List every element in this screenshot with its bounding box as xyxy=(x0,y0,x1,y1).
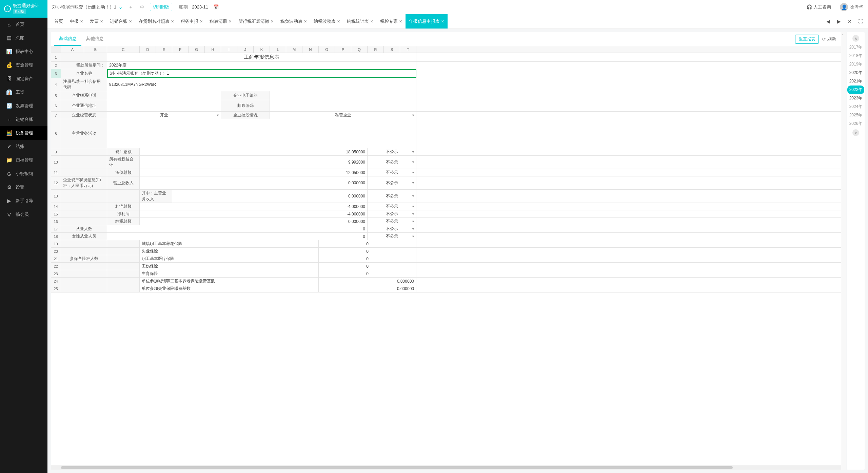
disclose-select[interactable]: 不公示▼ xyxy=(368,176,416,189)
column-header-O[interactable]: O xyxy=(319,46,335,53)
fin-value[interactable]: 0.000000 xyxy=(140,218,368,225)
close-icon[interactable]: ✕ xyxy=(399,19,402,24)
close-icon[interactable]: ✕ xyxy=(171,19,174,24)
row-header[interactable]: 3 xyxy=(51,69,61,78)
column-header-N[interactable]: N xyxy=(302,46,319,53)
column-header-L[interactable]: L xyxy=(270,46,286,53)
tab-10[interactable]: 纳税统计表✕ xyxy=(343,14,377,29)
row-header[interactable]: 5 xyxy=(51,91,61,100)
close-icon[interactable]: ✕ xyxy=(337,19,340,24)
tab-12[interactable]: 年报信息申报表✕ xyxy=(406,14,448,29)
main-biz-input[interactable] xyxy=(107,119,416,148)
tab-5[interactable]: 税务申报✕ xyxy=(177,14,206,29)
sidebar-item-tax[interactable]: 🧮税务管理 xyxy=(0,126,47,140)
disclose-select[interactable]: 不公示▼ xyxy=(368,156,416,169)
row-header[interactable]: 19 xyxy=(51,240,61,247)
fin-value[interactable]: -4.000000 xyxy=(140,210,368,217)
column-header-P[interactable]: P xyxy=(335,46,351,53)
tab-1[interactable]: 申报✕ xyxy=(66,14,86,29)
sidebar-item-archive[interactable]: 📁归档管理 xyxy=(0,153,47,167)
reg-no-value[interactable]: 91320811MA7NGR2W6R xyxy=(107,78,416,91)
column-header-G[interactable]: G xyxy=(189,46,205,53)
column-header-J[interactable]: J xyxy=(237,46,254,53)
year-item[interactable]: 2018年 xyxy=(847,52,865,60)
insurance-value[interactable]: 0 xyxy=(319,263,416,270)
corner-cell[interactable] xyxy=(51,46,61,53)
tab-9[interactable]: 纳税波动表✕ xyxy=(310,14,343,29)
column-header-F[interactable]: F xyxy=(172,46,189,53)
sidebar-item-report[interactable]: 📊报表中心 xyxy=(0,45,47,58)
year-item[interactable]: 2026年 xyxy=(847,119,865,128)
sidebar-item-fund[interactable]: 💰资金管理 xyxy=(0,58,47,72)
tab-6[interactable]: 税表清册✕ xyxy=(206,14,235,29)
vertical-scrollbar[interactable]: ‹ xyxy=(841,32,846,470)
calendar-icon[interactable]: 📅 xyxy=(212,3,220,11)
tab-7[interactable]: 所得税汇算清缴✕ xyxy=(235,14,277,29)
column-header-T[interactable]: T xyxy=(400,46,416,53)
disclose-select[interactable]: 不公示▼ xyxy=(368,169,416,176)
row-header[interactable]: 14 xyxy=(51,203,61,210)
fin-value[interactable]: -4.000000 xyxy=(140,203,368,210)
insurance-value[interactable]: 0 xyxy=(319,270,416,277)
sidebar-item-invoice[interactable]: 🧾发票管理 xyxy=(0,99,47,113)
base-value[interactable]: 0.000000 xyxy=(319,278,416,285)
year-item[interactable]: 2024年 xyxy=(847,102,865,111)
row-header[interactable]: 24 xyxy=(51,278,61,285)
sidebar-item-settings[interactable]: ⚙设置 xyxy=(0,181,47,194)
horizontal-scrollbar[interactable] xyxy=(51,465,841,470)
column-header-M[interactable]: M xyxy=(286,46,302,53)
column-header-C[interactable]: C xyxy=(107,46,140,53)
year-down-button[interactable]: ∨ xyxy=(852,129,859,136)
email-input[interactable] xyxy=(270,91,416,100)
disclose-select[interactable]: 不公示▼ xyxy=(368,148,416,155)
period-value-cell[interactable]: 2022年度 xyxy=(107,62,416,69)
row-header[interactable]: 10 xyxy=(51,156,61,169)
fullscreen-button[interactable]: ⛶ xyxy=(856,17,865,25)
close-all-tabs-button[interactable]: ✕ xyxy=(846,17,854,25)
sidebar-item-vip[interactable]: V畅会员 xyxy=(0,208,47,221)
tab-4[interactable]: 存货别名对照表✕ xyxy=(135,14,177,29)
close-icon[interactable]: ✕ xyxy=(370,19,373,24)
close-icon[interactable]: ✕ xyxy=(129,19,132,24)
column-header-Q[interactable]: Q xyxy=(351,46,368,53)
row-header[interactable]: 7 xyxy=(51,112,61,119)
company-name-input[interactable]: 刘小艳演示账套（勿删勿动！）1 xyxy=(107,69,416,78)
holding-select[interactable]: 私营企业▼ xyxy=(270,112,416,119)
tab-8[interactable]: 税负波动表✕ xyxy=(277,14,310,29)
switch-old-version-button[interactable]: 切到旧版 xyxy=(150,3,172,11)
fin-value[interactable]: 9.992000 xyxy=(140,156,368,169)
column-header-H[interactable]: H xyxy=(205,46,221,53)
column-header-A[interactable]: A xyxy=(61,46,84,53)
insurance-value[interactable]: 0 xyxy=(319,240,416,247)
fin-value[interactable]: 0.000000 xyxy=(172,190,368,203)
user-menu[interactable]: 👤 徐泽华 xyxy=(840,3,863,11)
column-header-S[interactable]: S xyxy=(384,46,400,53)
row-header[interactable]: 17 xyxy=(51,225,61,232)
sidebar-item-close[interactable]: ✔结账 xyxy=(0,140,47,153)
row-header[interactable]: 6 xyxy=(51,100,61,111)
tab-11[interactable]: 税检专家✕ xyxy=(377,14,406,29)
insurance-value[interactable]: 0 xyxy=(319,255,416,262)
column-header-R[interactable]: R xyxy=(368,46,384,53)
close-icon[interactable]: ✕ xyxy=(80,19,83,24)
tab-scroll-right-button[interactable]: ▶ xyxy=(835,17,843,25)
account-selector[interactable]: 刘小艳演示账套（勿删勿动！）1 ⌄ xyxy=(52,4,123,10)
close-icon[interactable]: ✕ xyxy=(100,19,103,24)
row-header[interactable]: 12 xyxy=(51,176,61,189)
fin-value[interactable]: 12.050000 xyxy=(140,169,368,176)
tab-3[interactable]: 进销台账✕ xyxy=(106,14,135,29)
year-item[interactable]: 2017年 xyxy=(847,43,865,52)
sub-tab-0[interactable]: 基础信息 xyxy=(54,32,81,46)
sidebar-item-home[interactable]: ⌂首页 xyxy=(0,18,47,31)
close-icon[interactable]: ✕ xyxy=(200,19,203,24)
row-header[interactable]: 22 xyxy=(51,263,61,270)
row-header[interactable]: 15 xyxy=(51,210,61,217)
column-header-B[interactable]: B xyxy=(84,46,107,53)
year-item[interactable]: 2025年 xyxy=(847,111,865,119)
sidebar-item-asset[interactable]: 🗄固定资产 xyxy=(0,72,47,86)
disclose-select[interactable]: 不公示▼ xyxy=(368,225,416,232)
sidebar-item-psi[interactable]: ↔进销台账 xyxy=(0,113,47,126)
column-header-I[interactable]: I xyxy=(221,46,237,53)
grid-body[interactable]: 1工商年报信息表2税款所属期间：2022年度3企业名称刘小艳演示账套（勿删勿动！… xyxy=(51,53,841,465)
row-header[interactable]: 1 xyxy=(51,53,61,61)
